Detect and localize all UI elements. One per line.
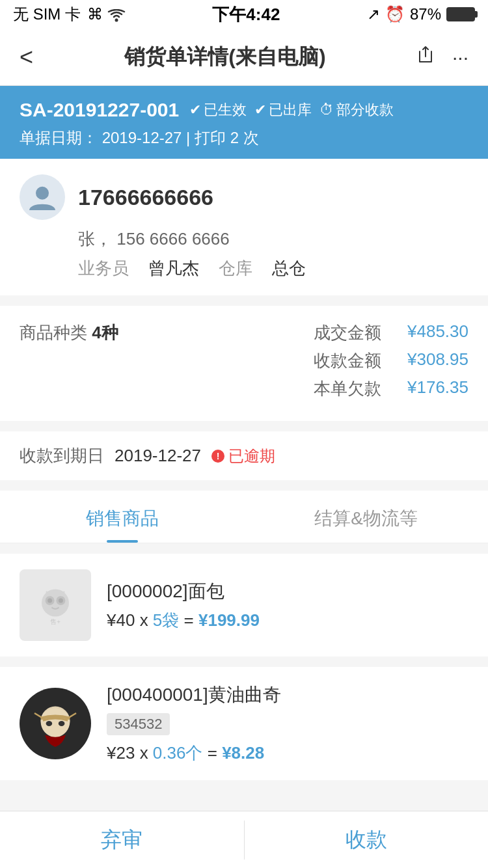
product-sku-2: 534532 bbox=[107, 713, 170, 735]
stats-card: 商品种类 4种 成交金额 ¥485.30 收款金额 ¥308.95 本单欠款 ¥… bbox=[0, 306, 488, 421]
overdue-text: 已逾期 bbox=[228, 446, 275, 467]
due-label: 收款到期日 bbox=[20, 444, 104, 467]
battery-text: 87% bbox=[410, 5, 441, 23]
status-badge-shipped: ✔ 已出库 bbox=[254, 100, 312, 120]
sales-name: 曾凡杰 bbox=[148, 257, 199, 280]
clock-icon: ⏱ bbox=[319, 102, 334, 118]
page-title: 销货单详情(来自电脑) bbox=[124, 43, 325, 72]
battery-icon bbox=[446, 7, 475, 21]
customer-phone: 17666666666 bbox=[78, 185, 213, 210]
debt-label: 本单欠款 bbox=[314, 377, 381, 400]
customer-info: 张， 156 6666 6666 bbox=[20, 228, 468, 251]
share-button[interactable] bbox=[417, 45, 437, 69]
customer-top: 17666666666 bbox=[20, 174, 468, 220]
cancel-button[interactable]: 弃审 bbox=[0, 811, 244, 868]
bottom-toolbar: 弃审 收款 bbox=[0, 811, 488, 868]
product-name-2: [000400001]黄油曲奇 bbox=[107, 683, 468, 707]
order-date: 2019-12-27 bbox=[102, 129, 182, 146]
svg-point-0 bbox=[115, 18, 118, 21]
stats-left: 商品种类 4种 bbox=[20, 321, 118, 344]
svg-point-9 bbox=[46, 721, 53, 726]
received-label: 收款金额 bbox=[314, 349, 381, 372]
debt-value: ¥176.35 bbox=[407, 377, 468, 400]
svg-point-5 bbox=[47, 599, 52, 603]
price-qty-2: 0.36个 bbox=[153, 743, 203, 763]
stats-received-row: 收款金额 ¥308.95 bbox=[314, 349, 468, 372]
price-base-2: ¥23 bbox=[107, 743, 135, 763]
price-total-1: ¥199.99 bbox=[198, 610, 260, 630]
check-icon-2: ✔ bbox=[254, 102, 266, 118]
due-date-value: 2019-12-27 bbox=[115, 446, 201, 466]
price-qty-1: 5袋 bbox=[153, 610, 179, 630]
status-badge-partial: ⏱ 部分收款 bbox=[319, 100, 394, 120]
tabs: 销售商品 结算&物流等 bbox=[0, 491, 488, 543]
product-image-1: 售+ bbox=[20, 569, 91, 641]
banner-top: SA-20191227-001 ✔ 已生效 ✔ 已出库 ⏱ 部分收款 bbox=[20, 99, 468, 121]
more-button[interactable]: ··· bbox=[452, 46, 468, 68]
order-id: SA-20191227-001 bbox=[20, 99, 179, 121]
check-icon-1: ✔ bbox=[189, 102, 201, 118]
svg-point-10 bbox=[59, 721, 65, 726]
sales-label: 业务员 bbox=[78, 257, 129, 280]
banner-date: 单据日期： 2019-12-27 | 打印 2 次 bbox=[20, 128, 468, 148]
type-count: 4种 bbox=[92, 323, 118, 342]
status-bar: 无 SIM 卡 ⌘ 下午4:42 ↗ ⏰ 87% bbox=[0, 0, 488, 29]
header-banner: SA-20191227-001 ✔ 已生效 ✔ 已出库 ⏱ 部分收款 单据日期：… bbox=[0, 86, 488, 159]
nav-actions: ··· bbox=[417, 45, 468, 69]
product-price-1: ¥40 x 5袋 = ¥199.99 bbox=[107, 609, 468, 632]
product-name-1: [0000002]面包 bbox=[107, 579, 468, 604]
due-card: 收款到期日 2019-12-27 ! 已逾期 bbox=[0, 431, 488, 480]
svg-point-1 bbox=[36, 187, 49, 200]
product-item-1: 售+ [0000002]面包 ¥40 x 5袋 = ¥199.99 bbox=[0, 554, 488, 657]
location-icon: ↗ bbox=[367, 5, 380, 23]
price-base-1: ¥40 bbox=[107, 610, 135, 630]
product-image-2 bbox=[20, 688, 91, 759]
amount-label: 成交金额 bbox=[314, 321, 381, 344]
status-badge-effected: ✔ 已生效 bbox=[189, 100, 247, 120]
warehouse-name: 总仓 bbox=[272, 257, 306, 280]
received-value: ¥308.95 bbox=[407, 349, 468, 372]
type-label: 商品种类 bbox=[20, 323, 87, 342]
tab-products[interactable]: 销售商品 bbox=[0, 491, 244, 543]
stats-right: 成交金额 ¥485.30 收款金额 ¥308.95 本单欠款 ¥176.35 bbox=[314, 321, 468, 405]
customer-meta: 业务员 曾凡杰 仓库 总仓 bbox=[20, 257, 468, 280]
product-item-2: [000400001]黄油曲奇 534532 ¥23 x 0.36个 = ¥8.… bbox=[0, 667, 488, 780]
status-left: 无 SIM 卡 ⌘ bbox=[13, 4, 126, 25]
carrier-text: 无 SIM 卡 bbox=[13, 4, 81, 25]
wifi-icon: ⌘ bbox=[87, 5, 126, 23]
date-label: 单据日期： bbox=[20, 129, 98, 146]
svg-point-6 bbox=[59, 599, 63, 603]
customer-name-text: 张， bbox=[78, 229, 112, 249]
price-total-2: ¥8.28 bbox=[222, 743, 264, 763]
warehouse-label: 仓库 bbox=[219, 257, 252, 280]
nav-bar: < 销货单详情(来自电脑) ··· bbox=[0, 29, 488, 86]
svg-point-2 bbox=[42, 590, 69, 617]
customer-contact-phone: 156 6666 6666 bbox=[116, 229, 230, 249]
product-info-1: [0000002]面包 ¥40 x 5袋 = ¥199.99 bbox=[107, 579, 468, 632]
amount-value: ¥485.30 bbox=[407, 321, 468, 344]
status-time: 下午4:42 bbox=[212, 3, 280, 26]
customer-card: 17666666666 张， 156 6666 6666 业务员 曾凡杰 仓库 … bbox=[0, 159, 488, 295]
product-info-2: [000400001]黄油曲奇 534532 ¥23 x 0.36个 = ¥8.… bbox=[107, 683, 468, 765]
print-info: | 打印 2 次 bbox=[186, 129, 259, 146]
avatar bbox=[20, 174, 65, 220]
stats-amount-row: 成交金额 ¥485.30 bbox=[314, 321, 468, 344]
confirm-button[interactable]: 收款 bbox=[245, 811, 489, 868]
overdue-icon: ! bbox=[211, 450, 224, 463]
banner-badges: ✔ 已生效 ✔ 已出库 ⏱ 部分收款 bbox=[189, 100, 394, 120]
back-button[interactable]: < bbox=[20, 44, 33, 71]
svg-text:售+: 售+ bbox=[50, 618, 61, 625]
alarm-icon: ⏰ bbox=[385, 5, 405, 23]
overdue-badge: ! 已逾期 bbox=[211, 446, 275, 467]
status-right: ↗ ⏰ 87% bbox=[367, 5, 475, 23]
tab-settlement[interactable]: 结算&物流等 bbox=[244, 491, 488, 543]
stats-debt-row: 本单欠款 ¥176.35 bbox=[314, 377, 468, 400]
product-price-2: ¥23 x 0.36个 = ¥8.28 bbox=[107, 742, 468, 765]
